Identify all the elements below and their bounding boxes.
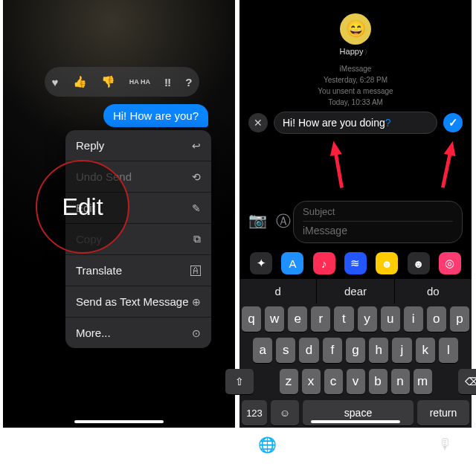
left-screenshot: ♥ 👍 👎 HA HA ‼ ? Hi! How are you? Reply ↩…	[3, 0, 235, 428]
key-u[interactable]: u	[381, 306, 400, 332]
key-emoji[interactable]: ☺	[271, 400, 299, 425]
key-q[interactable]: q	[242, 306, 261, 332]
avatar[interactable]: 😄	[340, 13, 371, 45]
label: More...	[76, 327, 111, 339]
app-icon[interactable]: ≋	[344, 252, 367, 274]
unsent-notice: You unsent a message	[239, 86, 472, 97]
compose-left-icons: 📷 Ⓐ	[248, 211, 291, 231]
predictive-bar: d dear do	[239, 279, 472, 303]
home-indicator[interactable]	[74, 420, 164, 423]
right-screenshot: 😄 Happy〉 iMessage Yesterday, 6:28 PM You…	[239, 0, 472, 428]
key-return[interactable]: return	[417, 400, 469, 425]
send-icon: ⊕	[192, 296, 201, 308]
key-d[interactable]: d	[299, 338, 318, 363]
key-backspace[interactable]: ⌫	[458, 369, 477, 394]
mic-icon[interactable]: 🎙	[438, 436, 453, 454]
key-v[interactable]: v	[347, 369, 365, 394]
app-icon[interactable]: ♪	[313, 252, 335, 274]
menu-edit[interactable]: Edit ✎	[65, 193, 211, 224]
menu-translate[interactable]: Translate 🄰	[65, 255, 211, 286]
thumbsup-icon[interactable]: 👍	[73, 75, 87, 89]
confirm-edit-button[interactable]: ✓	[443, 113, 463, 132]
pencil-icon: ✎	[192, 202, 201, 214]
svg-marker-1	[437, 140, 459, 189]
key-b[interactable]: b	[369, 369, 387, 394]
key-k[interactable]: k	[416, 338, 435, 363]
haha-icon[interactable]: HA HA	[129, 79, 150, 86]
label: Reply	[76, 139, 104, 152]
app-icon[interactable]: ✦	[250, 252, 272, 274]
timestamp: Today, 10:33 AM	[239, 97, 472, 108]
key-s[interactable]: s	[276, 338, 295, 363]
key-h[interactable]: h	[369, 338, 388, 363]
menu-copy[interactable]: Copy ⧉	[65, 224, 211, 255]
label: Undo Send	[76, 170, 132, 183]
subject-field[interactable]: Subject	[303, 206, 453, 222]
prediction[interactable]: d	[239, 279, 317, 303]
app-icon[interactable]: A	[281, 252, 303, 274]
label: Edit	[76, 202, 95, 214]
home-indicator[interactable]	[311, 420, 400, 423]
key-r[interactable]: r	[311, 306, 330, 332]
key-t[interactable]: t	[334, 306, 353, 332]
key-shift[interactable]: ⇧	[225, 369, 254, 394]
key-f[interactable]: f	[323, 338, 342, 363]
keyboard: qwertyuiop asdfghjkl ⇧zxcvbnm⌫ 123 ☺ spa…	[239, 303, 472, 428]
key-x[interactable]: x	[302, 369, 321, 394]
edit-message-field[interactable]: Hi! How are you doing?	[274, 112, 437, 134]
kb-row-2: asdfghjkl	[242, 338, 469, 363]
tapback-bar[interactable]: ♥ 👍 👎 HA HA ‼ ?	[45, 67, 199, 97]
key-y[interactable]: y	[358, 306, 377, 332]
app-icon[interactable]: ☻	[376, 252, 398, 274]
globe-icon[interactable]: 🌐	[258, 436, 277, 454]
thread-metadata: iMessage Yesterday, 6:28 PM You unsent a…	[239, 63, 472, 108]
key-m[interactable]: m	[414, 369, 432, 394]
kb-bottom-row: 🌐 🎙	[242, 431, 469, 454]
exclaim-icon[interactable]: ‼	[164, 76, 171, 89]
key-a[interactable]: a	[253, 338, 272, 363]
copy-icon: ⧉	[193, 233, 201, 245]
question-icon[interactable]: ?	[185, 76, 192, 89]
reply-icon: ↩	[192, 140, 201, 152]
conversation-header[interactable]: 😄 Happy〉	[239, 13, 472, 57]
compose-area: 📷 Ⓐ Subject iMessage	[248, 201, 463, 243]
edit-message-row: ✕ Hi! How are you doing? ✓	[248, 110, 463, 135]
context-menu: Reply ↩ Undo Send ⟲ Edit ✎ Copy ⧉ Transl…	[65, 130, 211, 348]
heart-icon[interactable]: ♥	[52, 76, 59, 89]
cancel-edit-button[interactable]: ✕	[248, 113, 268, 132]
key-i[interactable]: i	[404, 306, 423, 332]
key-e[interactable]: e	[288, 306, 307, 332]
imessage-app-strip[interactable]: ✦A♪≋☻☻◎	[239, 249, 472, 277]
label: Translate	[76, 264, 122, 277]
message-field[interactable]: iMessage	[303, 222, 453, 237]
prediction[interactable]: dear	[317, 279, 394, 303]
appstore-icon[interactable]: Ⓐ	[276, 211, 291, 231]
key-z[interactable]: z	[280, 369, 298, 394]
key-g[interactable]: g	[346, 338, 365, 363]
key-n[interactable]: n	[391, 369, 410, 394]
translate-icon: 🄰	[190, 265, 201, 277]
annotation-arrow	[327, 138, 348, 191]
prediction[interactable]: do	[395, 279, 472, 303]
chevron-right-icon: 〉	[364, 48, 371, 56]
key-o[interactable]: o	[427, 306, 446, 332]
compose-field[interactable]: Subject iMessage	[293, 201, 463, 243]
key-j[interactable]: j	[392, 338, 411, 363]
menu-send-as-text[interactable]: Send as Text Message ⊕	[65, 286, 211, 318]
app-icon[interactable]: ☻	[408, 252, 430, 274]
undo-icon: ⟲	[192, 171, 201, 183]
text-caret: ?	[385, 117, 391, 129]
key-p[interactable]: p	[450, 306, 469, 332]
key-c[interactable]: c	[324, 369, 343, 394]
menu-more[interactable]: More... ⊙	[65, 318, 211, 348]
menu-reply[interactable]: Reply ↩	[65, 130, 211, 161]
menu-undo-send[interactable]: Undo Send ⟲	[65, 161, 211, 193]
key-l[interactable]: l	[439, 338, 458, 363]
camera-icon[interactable]: 📷	[248, 211, 267, 231]
key-w[interactable]: w	[265, 306, 284, 332]
key-123[interactable]: 123	[242, 400, 267, 425]
sent-message[interactable]: Hi! How are you?	[103, 104, 208, 127]
thumbsdown-icon[interactable]: 👎	[101, 75, 115, 89]
contact-name[interactable]: Happy〉	[340, 47, 372, 57]
app-icon[interactable]: ◎	[439, 252, 461, 274]
